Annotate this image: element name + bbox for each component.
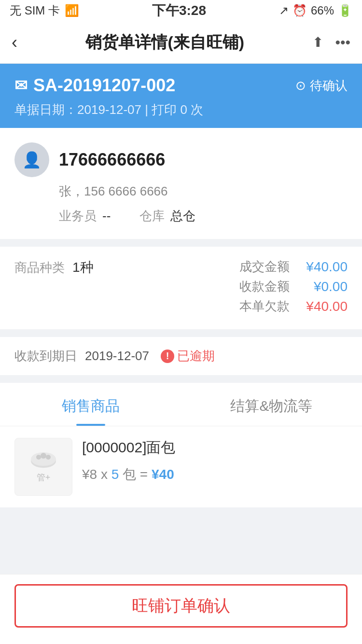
product-price: ¥8 bbox=[82, 467, 97, 482]
customer-phone: 17666666666 bbox=[59, 150, 165, 170]
product-unit: 包 bbox=[123, 467, 136, 482]
status-clock-icon: ⊙ bbox=[295, 78, 306, 93]
overdue-text: 已逾期 bbox=[177, 348, 215, 364]
owed-amount-value: ¥40.00 bbox=[299, 299, 348, 314]
product-thumb-icon bbox=[29, 450, 58, 470]
order-icon: ✉ bbox=[14, 76, 28, 95]
battery-text: 66% bbox=[311, 4, 334, 17]
bottom-bar: 旺铺订单确认 bbox=[0, 574, 362, 644]
overdue-badge: ! 已逾期 bbox=[161, 348, 215, 364]
carrier-text: 无 SIM 卡 bbox=[10, 3, 60, 18]
customer-meta: 业务员 -- 仓库 总仓 bbox=[59, 208, 348, 224]
product-equals: = bbox=[140, 467, 152, 482]
product-type-label: 商品种类 bbox=[14, 259, 65, 276]
status-time: 下午3:28 bbox=[152, 1, 206, 20]
order-status: ⊙ 待确认 bbox=[295, 77, 348, 94]
salesperson-field: 业务员 -- bbox=[59, 208, 111, 224]
tab-settlement-label: 结算&物流等 bbox=[230, 398, 312, 414]
svg-point-2 bbox=[36, 455, 41, 460]
confirm-order-button[interactable]: 旺铺订单确认 bbox=[14, 584, 348, 628]
overdue-warning-icon: ! bbox=[161, 350, 174, 363]
warehouse-label: 仓库 bbox=[139, 208, 165, 224]
received-amount-label: 收款金额 bbox=[239, 278, 290, 295]
order-id: ✉ SA-20191207-002 bbox=[14, 75, 175, 96]
salesperson-value: -- bbox=[102, 209, 111, 224]
status-right: ↗ ⏰ 66% 🔋 bbox=[279, 4, 352, 17]
order-info-section: 商品种类 1种 成交金额 ¥40.00 收款金额 ¥0.00 本单欠款 ¥40.… bbox=[0, 247, 362, 329]
warehouse-value: 总仓 bbox=[170, 208, 195, 224]
product-thumbnail: 管+ bbox=[14, 438, 72, 496]
owed-amount-label: 本单欠款 bbox=[239, 298, 290, 315]
nav-actions: ⬆ ••• bbox=[312, 34, 350, 51]
customer-section: 👤 17666666666 张，156 6666 6666 业务员 -- 仓库 … bbox=[0, 128, 362, 239]
tab-settlement[interactable]: 结算&物流等 bbox=[181, 383, 362, 426]
product-name: [0000002]面包 bbox=[82, 438, 348, 458]
location-icon: ↗ bbox=[279, 4, 289, 17]
received-amount-row: 收款金额 ¥0.00 bbox=[239, 278, 348, 295]
due-date-value: 2019-12-07 bbox=[85, 349, 149, 364]
product-times: x bbox=[101, 467, 111, 482]
status-left: 无 SIM 卡 📶 bbox=[10, 3, 79, 18]
due-date-label: 收款到期日 bbox=[14, 348, 77, 364]
product-info: [0000002]面包 ¥8 x 5 包 = ¥40 bbox=[82, 438, 348, 484]
product-qty: 5 bbox=[111, 467, 119, 482]
owed-amount-row: 本单欠款 ¥40.00 bbox=[239, 298, 348, 315]
order-date: 单据日期：2019-12-07 | 打印 0 次 bbox=[14, 101, 348, 118]
battery-icon: 🔋 bbox=[338, 4, 352, 17]
customer-name: 张，156 6666 6666 bbox=[59, 183, 348, 200]
order-id-text: SA-20191207-002 bbox=[33, 75, 175, 96]
brand-watermark: 管+ bbox=[37, 472, 51, 483]
order-header-banner: ✉ SA-20191207-002 ⊙ 待确认 单据日期：2019-12-07 … bbox=[0, 64, 362, 128]
amounts-block: 成交金额 ¥40.00 收款金额 ¥0.00 本单欠款 ¥40.00 bbox=[239, 258, 348, 318]
tab-products-label: 销售商品 bbox=[62, 398, 120, 414]
deal-amount-value: ¥40.00 bbox=[299, 259, 348, 275]
alarm-icon: ⏰ bbox=[292, 4, 307, 17]
avatar-icon: 👤 bbox=[22, 151, 42, 169]
more-button[interactable]: ••• bbox=[335, 34, 350, 51]
page-title: 销货单详情(来自旺铺) bbox=[85, 31, 244, 54]
product-type-value: 1种 bbox=[72, 258, 94, 277]
deal-amount-row: 成交金额 ¥40.00 bbox=[239, 258, 348, 275]
avatar: 👤 bbox=[14, 142, 49, 177]
back-button[interactable]: ‹ bbox=[12, 32, 17, 53]
product-calc: ¥8 x 5 包 = ¥40 bbox=[82, 465, 348, 484]
received-amount-value: ¥0.00 bbox=[299, 279, 348, 294]
nav-bar: ‹ 销货单详情(来自旺铺) ⬆ ••• bbox=[0, 21, 362, 64]
deal-amount-label: 成交金额 bbox=[239, 258, 290, 275]
share-button[interactable]: ⬆ bbox=[312, 34, 323, 50]
status-bar: 无 SIM 卡 📶 下午3:28 ↗ ⏰ 66% 🔋 bbox=[0, 0, 362, 21]
product-item: 管+ [0000002]面包 ¥8 x 5 包 = ¥40 bbox=[0, 426, 362, 507]
wifi-icon: 📶 bbox=[65, 4, 79, 17]
confirm-button-label: 旺铺订单确认 bbox=[132, 595, 230, 617]
salesperson-label: 业务员 bbox=[59, 208, 97, 224]
order-info-row: 商品种类 1种 成交金额 ¥40.00 收款金额 ¥0.00 本单欠款 ¥40.… bbox=[14, 258, 348, 318]
svg-point-4 bbox=[46, 455, 51, 460]
tab-products[interactable]: 销售商品 bbox=[0, 383, 181, 426]
product-total: ¥40 bbox=[152, 467, 174, 482]
svg-point-3 bbox=[41, 453, 46, 459]
order-status-text: 待确认 bbox=[310, 77, 348, 94]
tabs-bar: 销售商品 结算&物流等 bbox=[0, 383, 362, 426]
due-date-section: 收款到期日 2019-12-07 ! 已逾期 bbox=[0, 337, 362, 375]
product-type-field: 商品种类 1种 bbox=[14, 258, 94, 277]
warehouse-field: 仓库 总仓 bbox=[139, 208, 195, 224]
